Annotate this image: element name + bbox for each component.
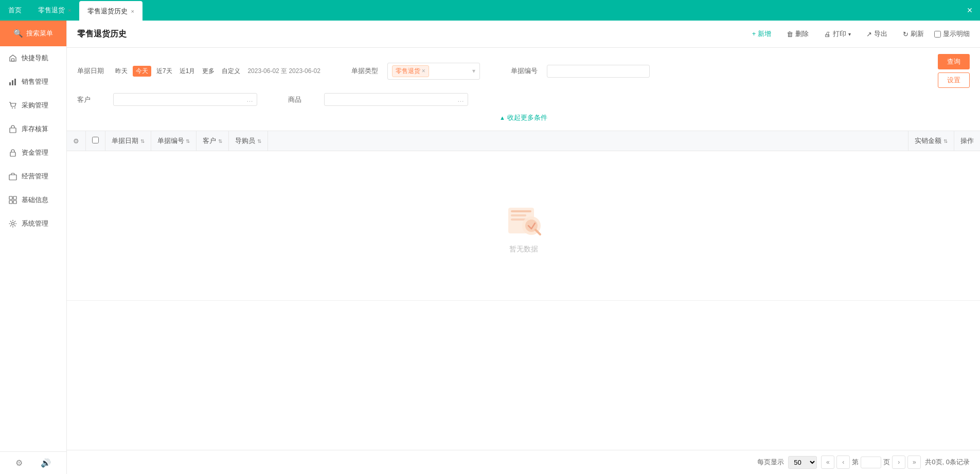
export-button[interactable]: ↗ 导出 — [861, 27, 893, 41]
svg-rect-12 — [13, 200, 16, 204]
table-area: ⚙ 单据日期 ⇅ 单据编号 ⇅ — [67, 131, 980, 450]
page-prev-button[interactable]: ‹ — [836, 455, 850, 469]
filter-row-1: 单据日期 昨天 今天 近7天 近1月 更多 自定义 2023-06-02 至 2… — [77, 54, 970, 88]
page-last-button[interactable]: » — [907, 455, 921, 469]
sidebar-item-quick-nav[interactable]: 快捷导航 — [0, 46, 66, 70]
volume-icon[interactable]: 🔊 — [41, 458, 51, 468]
settings-bottom-icon[interactable]: ⚙ — [15, 458, 23, 468]
tab-retail-return-label: 零售退货 — [38, 6, 65, 15]
refresh-button[interactable]: ↻ 刷新 — [898, 27, 929, 41]
empty-state-icon — [503, 197, 544, 239]
sidebar-search[interactable]: 🔍 搜索菜单 — [0, 21, 66, 46]
sidebar-item-finance-label: 资金管理 — [22, 148, 48, 157]
type-filter-group: 单据类型 零售退货 × ▾ — [351, 63, 480, 80]
svg-rect-9 — [9, 196, 12, 199]
date-opt-yesterday[interactable]: 昨天 — [113, 66, 130, 76]
select-all-checkbox[interactable] — [92, 137, 99, 143]
tab-list: 首页 零售退货 × 零售退货历史 × — [0, 0, 959, 21]
sidebar-item-purchase-mgmt[interactable]: 采购管理 — [0, 94, 66, 117]
tab-retail-return-history[interactable]: 零售退货历史 × — [79, 1, 142, 22]
query-button[interactable]: 查询 — [938, 54, 970, 69]
refresh-icon: ↻ — [903, 30, 908, 38]
page-first-button[interactable]: « — [821, 455, 834, 469]
th-number[interactable]: 单据编号 ⇅ — [151, 131, 197, 151]
page-size-select[interactable]: 10 20 50 100 — [788, 456, 817, 469]
sidebar-item-sales-mgmt[interactable]: 销售管理 — [0, 70, 66, 94]
export-icon: ↗ — [866, 30, 872, 38]
pagination-area: 每页显示 10 20 50 100 « ‹ 第 1 页 › » 共0页, 0条记… — [67, 450, 980, 474]
sidebar-item-purchase-mgmt-label: 采购管理 — [22, 101, 48, 110]
print-icon: 🖨 — [824, 30, 831, 38]
th-amount[interactable]: 实销金额 ⇅ — [908, 131, 954, 151]
search-icon: 🔍 — [13, 29, 23, 38]
table-settings-icon[interactable]: ⚙ — [73, 137, 79, 145]
svg-rect-10 — [13, 196, 16, 199]
print-button[interactable]: 🖨 打印 ▾ — [819, 27, 856, 41]
sidebar-item-quick-nav-label: 快捷导航 — [22, 53, 48, 63]
svg-rect-1 — [9, 82, 11, 85]
table-body: 暂无数据 — [67, 151, 980, 301]
th-guide-sort-icon: ⇅ — [257, 138, 261, 144]
th-guide[interactable]: 导购员 ⇅ — [228, 131, 268, 151]
display-toggle-checkbox[interactable] — [934, 31, 941, 38]
delete-button[interactable]: 🗑 删除 — [781, 27, 814, 41]
th-number-label: 单据编号 — [157, 137, 184, 144]
number-filter-label: 单据编号 — [511, 66, 542, 76]
empty-text: 暂无数据 — [509, 245, 538, 254]
th-checkbox — [86, 131, 105, 151]
svg-rect-2 — [12, 80, 13, 85]
customer-filter-input[interactable] — [113, 93, 257, 106]
sidebar-item-basic-info[interactable]: 基础信息 — [0, 188, 66, 212]
type-filter-select[interactable]: 零售退货 × ▾ — [387, 63, 480, 80]
th-date[interactable]: 单据日期 ⇅ — [105, 131, 151, 151]
date-filter-group: 单据日期 昨天 今天 近7天 近1月 更多 自定义 2023-06-02 至 2… — [77, 66, 320, 77]
date-opt-today[interactable]: 今天 — [133, 66, 151, 77]
filter-row-2: 客户 … 商品 … — [77, 93, 970, 106]
table-header: ⚙ 单据日期 ⇅ 单据编号 ⇅ — [67, 131, 980, 151]
th-action: 操作 — [954, 131, 981, 151]
th-settings: ⚙ — [67, 131, 86, 151]
setting-button[interactable]: 设置 — [938, 72, 970, 88]
date-opt-7days[interactable]: 近7天 — [154, 66, 174, 76]
goods-filter-input[interactable] — [324, 93, 468, 106]
tab-retail-return-history-close[interactable]: × — [131, 8, 134, 14]
sidebar-item-inventory[interactable]: 库存核算 — [0, 117, 66, 141]
tab-retail-return-close[interactable]: × — [68, 7, 71, 13]
date-options: 昨天 今天 近7天 近1月 更多 自定义 — [113, 66, 242, 77]
delete-icon: 🗑 — [787, 30, 793, 38]
number-filter-group: 单据编号 — [511, 65, 650, 78]
sidebar-item-system[interactable]: 系统管理 — [0, 212, 66, 235]
home-icon — [8, 53, 17, 63]
date-opt-custom[interactable]: 自定义 — [220, 66, 242, 76]
collapse-button[interactable]: ▲ 收起更多条件 — [493, 111, 554, 124]
window-close-button[interactable]: × — [959, 0, 980, 21]
sidebar-item-finance[interactable]: 资金管理 — [0, 141, 66, 165]
briefcase-icon — [8, 172, 17, 181]
collapse-up-icon: ▲ — [500, 115, 505, 121]
date-opt-1month[interactable]: 近1月 — [177, 66, 198, 76]
lock-icon — [8, 148, 17, 157]
number-filter-input[interactable] — [547, 65, 650, 78]
tab-retail-return[interactable]: 零售退货 × — [30, 0, 79, 21]
display-toggle-label: 显示明细 — [934, 29, 970, 39]
empty-state-cell: 暂无数据 — [67, 151, 980, 301]
page-next-button[interactable]: › — [892, 455, 905, 469]
page-unit: 页 — [883, 458, 890, 467]
new-button[interactable]: + 新增 — [747, 27, 776, 41]
sidebar-item-system-label: 系统管理 — [22, 219, 48, 228]
tab-retail-return-history-label: 零售退货历史 — [87, 7, 128, 16]
sidebar-item-operations[interactable]: 经营管理 — [0, 165, 66, 188]
sidebar-item-basic-info-label: 基础信息 — [22, 195, 48, 205]
date-opt-more[interactable]: 更多 — [200, 66, 217, 76]
data-table: ⚙ 单据日期 ⇅ 单据编号 ⇅ — [67, 131, 980, 301]
th-customer[interactable]: 客户 ⇅ — [197, 131, 229, 151]
box-icon — [8, 124, 17, 134]
header-actions: + 新增 🗑 删除 🖨 打印 ▾ ↗ 导出 ↻ 刷新 — [747, 27, 970, 41]
type-filter-tag-remove[interactable]: × — [422, 67, 425, 75]
page-input[interactable]: 1 — [861, 457, 881, 468]
sidebar-item-sales-mgmt-label: 销售管理 — [22, 77, 48, 86]
gear-icon — [8, 219, 17, 228]
th-number-sort-icon: ⇅ — [186, 138, 190, 144]
tab-home[interactable]: 首页 — [0, 0, 30, 21]
sidebar-search-label: 搜索菜单 — [26, 29, 53, 38]
